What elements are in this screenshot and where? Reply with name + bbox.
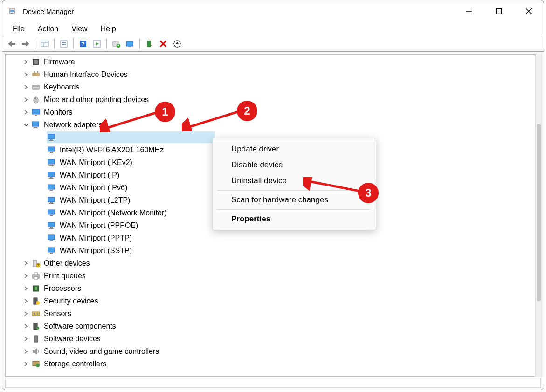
annotation-arrow-3	[303, 177, 364, 196]
tree-node-mice[interactable]: Mice and other pointing devices	[6, 93, 535, 106]
svg-rect-33	[32, 73, 40, 76]
svg-rect-72	[49, 241, 54, 241]
enable-device-button[interactable]	[143, 37, 156, 50]
tree-label: WAN Miniport (L2TP)	[60, 196, 130, 205]
network-adapter-icon	[47, 145, 57, 155]
sensors-icon	[31, 309, 41, 319]
chevron-right-icon[interactable]	[22, 310, 30, 317]
uninstall-device-button[interactable]	[157, 37, 170, 50]
svg-line-98	[187, 112, 238, 128]
menu-view[interactable]: View	[66, 24, 93, 34]
tree-node-hid[interactable]: Human Interface Devices	[6, 68, 535, 81]
menu-file[interactable]: File	[7, 24, 30, 34]
svg-line-100	[307, 181, 360, 191]
tree-node-keyboards[interactable]: Keyboards	[6, 81, 535, 93]
network-adapter-icon	[47, 220, 57, 231]
other-devices-icon: ?	[31, 258, 41, 268]
ctx-properties[interactable]: Properties	[213, 211, 376, 227]
annotation-arrow-1	[100, 109, 160, 132]
tree-node-processors[interactable]: Processors	[6, 282, 535, 295]
close-button[interactable]	[514, 0, 544, 22]
ctx-update-driver[interactable]: Update driver	[213, 141, 376, 157]
minimize-button[interactable]	[454, 0, 484, 22]
svg-rect-73	[48, 248, 55, 252]
tree-node-wan-pptp[interactable]: WAN Miniport (PPTP)	[6, 232, 535, 244]
tree-label: Storage controllers	[44, 360, 106, 368]
svg-rect-46	[48, 134, 55, 139]
svg-point-90	[36, 327, 39, 330]
menu-action[interactable]: Action	[32, 24, 64, 34]
svg-rect-43	[32, 122, 39, 126]
svg-rect-42	[35, 115, 37, 116]
tree-node-network-adapters[interactable]: Network adapters	[6, 118, 535, 131]
tree-label: WAN Miniport (IPv6)	[60, 184, 127, 192]
tree-label: Human Interface Devices	[44, 70, 128, 79]
svg-rect-57	[49, 178, 54, 179]
svg-rect-10	[41, 41, 48, 47]
tree-node-sound[interactable]: Sound, video and game controllers	[6, 345, 535, 358]
chevron-right-icon[interactable]	[22, 335, 30, 343]
tree-label: Intel(R) Wi-Fi 6 AX201 160MHz	[60, 146, 164, 154]
chevron-right-icon[interactable]	[22, 323, 30, 330]
chevron-right-icon[interactable]	[22, 272, 30, 280]
chevron-right-icon[interactable]	[22, 348, 30, 355]
monitor-icon	[31, 107, 41, 117]
scan-hardware-button[interactable]	[171, 37, 184, 50]
tree-node-software-devices[interactable]: Software devices	[6, 332, 535, 345]
network-adapter-icon	[47, 158, 57, 168]
forward-button[interactable]	[19, 37, 32, 50]
tree-node-sensors[interactable]: Sensors	[6, 307, 535, 320]
firmware-icon	[31, 57, 41, 67]
disable-device-button[interactable]	[124, 37, 137, 50]
properties-button[interactable]	[57, 37, 70, 50]
help-button[interactable]: ?	[76, 37, 90, 50]
tree-node-storage[interactable]: Storage controllers	[6, 358, 535, 370]
ctx-disable-device[interactable]: Disable device	[213, 157, 376, 173]
chevron-right-icon[interactable]	[22, 83, 30, 91]
chevron-right-icon[interactable]	[22, 96, 30, 103]
menu-help[interactable]: Help	[95, 24, 122, 34]
vertical-scrollbar[interactable]	[535, 54, 542, 377]
svg-rect-88	[37, 313, 38, 315]
tree-label: WAN Miniport (Network Monitor)	[60, 209, 167, 217]
svg-point-94	[36, 364, 40, 367]
maximize-button[interactable]	[484, 0, 514, 22]
tree-node-other-devices[interactable]: ? Other devices	[6, 257, 535, 269]
chevron-right-icon[interactable]	[22, 71, 30, 78]
annotation-arrow-2	[182, 108, 242, 131]
svg-text:?: ?	[81, 41, 85, 48]
tree-node-security-devices[interactable]: Security devices	[6, 295, 535, 307]
chevron-right-icon[interactable]	[22, 109, 30, 116]
svg-rect-24	[128, 46, 131, 47]
chevron-right-icon[interactable]	[22, 58, 30, 66]
tree-label: Print queues	[44, 272, 86, 280]
chevron-right-icon[interactable]	[22, 285, 30, 292]
tree-label: Security devices	[44, 297, 98, 305]
tree-node-firmware[interactable]: Firmware	[6, 55, 535, 68]
svg-rect-66	[49, 216, 54, 216]
svg-marker-8	[8, 41, 15, 47]
chevron-right-icon[interactable]	[22, 360, 30, 368]
speaker-icon	[31, 346, 41, 357]
svg-rect-69	[49, 228, 54, 229]
chevron-down-icon[interactable]	[22, 121, 30, 129]
svg-rect-61	[48, 197, 55, 202]
tree-node-wan-sstp[interactable]: WAN Miniport (SSTP)	[6, 244, 535, 257]
tree-node-software-components[interactable]: Software components	[6, 320, 535, 332]
svg-rect-35	[37, 71, 38, 73]
tree-node-print-queues[interactable]: Print queues	[6, 269, 535, 282]
chevron-right-icon[interactable]	[22, 260, 30, 267]
update-driver-button[interactable]	[110, 37, 123, 50]
tree-label: WAN Miniport (SSTP)	[60, 247, 132, 255]
svg-rect-32	[34, 60, 38, 64]
tree-node-monitors[interactable]: Monitors	[6, 106, 535, 118]
chevron-right-icon[interactable]	[22, 297, 30, 305]
scrollbar-thumb[interactable]	[537, 124, 541, 301]
show-hide-tree-button[interactable]	[38, 37, 51, 50]
software-devices-icon	[31, 334, 41, 344]
tree-label: Processors	[44, 284, 81, 293]
action-button[interactable]	[90, 37, 104, 50]
svg-rect-48	[49, 140, 54, 141]
tree-label: Software devices	[44, 335, 101, 343]
back-button[interactable]	[5, 37, 18, 50]
